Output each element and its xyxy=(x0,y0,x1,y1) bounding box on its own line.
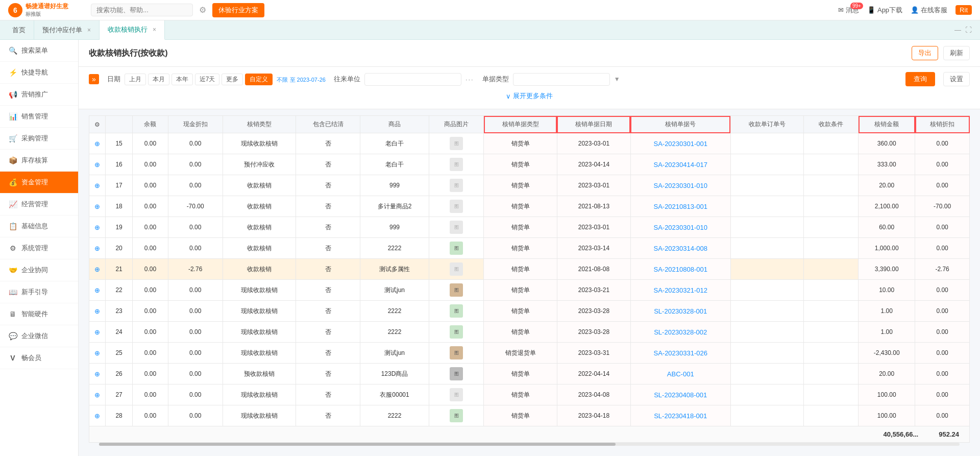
from-unit-input[interactable] xyxy=(364,73,461,86)
export-button[interactable]: 导出 xyxy=(912,46,938,60)
row-settings-icon[interactable]: ⊕ xyxy=(94,349,100,357)
sidebar-item-marketing[interactable]: 📢 营销推广 xyxy=(0,84,78,106)
row-settings-icon[interactable]: ⊕ xyxy=(94,391,100,399)
bill-no-link[interactable]: SA-20230301-001 xyxy=(653,140,707,148)
bill-no-link[interactable]: SA-20230314-008 xyxy=(653,245,707,252)
row-settings-icon[interactable]: ⊕ xyxy=(94,224,100,231)
td-settings[interactable]: ⊕ xyxy=(89,385,106,405)
sidebar-item-system[interactable]: ⚙ 系统管理 xyxy=(0,237,78,259)
td-balance: 0.00 xyxy=(133,196,168,217)
bill-type-dropdown-icon[interactable]: ▼ xyxy=(614,76,620,83)
bill-no-link[interactable]: SA-20210808-001 xyxy=(653,266,707,273)
tab-prepay[interactable]: 预付冲应付单 × xyxy=(34,20,100,40)
last-7days-btn[interactable]: 近7天 xyxy=(195,74,220,85)
row-settings-icon[interactable]: ⊕ xyxy=(94,161,100,169)
sidebar-item-basics[interactable]: 📋 基础信息 xyxy=(0,215,78,237)
row-settings-icon[interactable]: ⊕ xyxy=(94,328,100,336)
sidebar-item-wechat[interactable]: 💬 企业微信 xyxy=(0,325,78,347)
bill-no-link[interactable]: SA-20230321-012 xyxy=(653,286,707,294)
tab-prepay-close[interactable]: × xyxy=(87,27,91,34)
bill-no-link[interactable]: SA-20210813-001 xyxy=(653,203,707,210)
this-year-btn[interactable]: 本年 xyxy=(172,74,193,85)
app-download-btn[interactable]: 📱 App下载 xyxy=(867,6,902,15)
more-period-btn[interactable]: 更多 xyxy=(222,74,243,85)
sidebar-label-vip: 畅会员 xyxy=(21,353,41,363)
row-settings-icon[interactable]: ⊕ xyxy=(94,307,100,315)
row-settings-icon[interactable]: ⊕ xyxy=(94,203,100,210)
notifications-btn[interactable]: ✉ 消息 99+ xyxy=(838,6,859,15)
tab-writeoff[interactable]: 收款核销执行 × xyxy=(100,20,165,40)
row-settings-icon[interactable]: ⊕ xyxy=(94,245,100,252)
row-settings-icon[interactable]: ⊕ xyxy=(94,182,100,189)
td-settings[interactable]: ⊕ xyxy=(89,405,106,426)
td-bill-no: SA-20230301-001 xyxy=(630,133,730,154)
sidebar-item-operations[interactable]: 📈 经营管理 xyxy=(0,194,78,215)
td-settings[interactable]: ⊕ xyxy=(89,322,106,343)
row-settings-icon[interactable]: ⊕ xyxy=(94,286,100,294)
top-search-input[interactable] xyxy=(91,4,193,16)
row-settings-icon[interactable]: ⊕ xyxy=(94,370,100,378)
tab-bar: 首页 预付冲应付单 × 收款核销执行 × — ⛶ xyxy=(0,20,980,40)
bill-no-link[interactable]: SL-20230418-001 xyxy=(654,412,707,420)
td-bill-type: 销货退货单 xyxy=(484,343,557,364)
refresh-button[interactable]: 刷新 xyxy=(943,46,970,60)
td-bill-date: 2023-04-08 xyxy=(557,385,630,405)
minimize-icon[interactable]: — xyxy=(954,26,961,34)
row-settings-icon[interactable]: ⊕ xyxy=(94,266,100,273)
td-settings[interactable]: ⊕ xyxy=(89,238,106,259)
bill-no-link[interactable]: ABC-001 xyxy=(667,370,694,378)
td-settings[interactable]: ⊕ xyxy=(89,301,106,322)
settings-button[interactable]: 设置 xyxy=(943,72,970,86)
tab-writeoff-close[interactable]: × xyxy=(153,26,156,33)
sidebar-item-hardware[interactable]: 🖥 智能硬件 xyxy=(0,303,78,325)
td-write-off-amount: 100.00 xyxy=(859,385,915,405)
td-write-off-amount: 2,100.00 xyxy=(859,196,915,217)
td-settings[interactable]: ⊕ xyxy=(89,133,106,154)
td-settings[interactable]: ⊕ xyxy=(89,175,106,196)
filter-toggle-btn[interactable]: » xyxy=(89,74,99,84)
sidebar-item-sales[interactable]: 📊 销售管理 xyxy=(0,106,78,128)
sidebar-item-inventory[interactable]: 📦 库存核算 xyxy=(0,150,78,172)
td-settings[interactable]: ⊕ xyxy=(89,280,106,301)
user-avatar[interactable]: Rit xyxy=(955,5,972,15)
sidebar-item-quicknav[interactable]: ⚡ 快捷导航 xyxy=(0,62,78,84)
sidebar-item-purchase[interactable]: 🛒 采购管理 xyxy=(0,128,78,150)
td-goods-img: 图 xyxy=(429,154,484,175)
sidebar-item-finance[interactable]: 💰 资金管理 xyxy=(0,172,78,194)
expand-conditions-btn[interactable]: ∨ 展开更多条件 xyxy=(503,88,556,104)
bill-no-link[interactable]: SL-20230328-002 xyxy=(654,328,707,336)
this-month-btn[interactable]: 本月 xyxy=(148,74,169,85)
custom-period-btn[interactable]: 自定义 xyxy=(245,74,273,85)
td-settings[interactable]: ⊕ xyxy=(89,217,106,238)
industry-btn[interactable]: 休验行业方案 xyxy=(212,3,264,17)
sidebar-item-search[interactable]: 🔍 搜索菜单 xyxy=(0,40,78,62)
bill-no-link[interactable]: SL-20230408-001 xyxy=(654,391,707,399)
td-settings[interactable]: ⊕ xyxy=(89,259,106,280)
bill-type-input[interactable] xyxy=(513,73,610,86)
bill-no-link[interactable]: SL-20230328-001 xyxy=(654,307,707,315)
td-settings[interactable]: ⊕ xyxy=(89,196,106,217)
td-write-off-type: 现续收款核销 xyxy=(223,301,296,322)
bill-no-link[interactable]: SA-20230301-010 xyxy=(653,182,707,189)
td-settings[interactable]: ⊕ xyxy=(89,154,106,175)
row-settings-icon[interactable]: ⊕ xyxy=(94,140,100,148)
td-goods-img: 图 xyxy=(429,301,484,322)
tab-home[interactable]: 首页 xyxy=(4,20,34,40)
expand-icon[interactable]: ⛶ xyxy=(965,26,972,34)
gear-icon[interactable]: ⚙ xyxy=(199,5,206,15)
sidebar-item-guide[interactable]: 📖 新手引导 xyxy=(0,281,78,303)
td-settings[interactable]: ⊕ xyxy=(89,343,106,364)
online-service-btn[interactable]: 👤 在线客服 xyxy=(911,6,947,15)
last-month-btn[interactable]: 上月 xyxy=(125,74,146,85)
bill-no-link[interactable]: SA-20230301-010 xyxy=(653,224,707,231)
td-settings[interactable]: ⊕ xyxy=(89,364,106,385)
bill-no-link[interactable]: SA-20230414-017 xyxy=(653,161,707,169)
sidebar-item-collab[interactable]: 🤝 企业协同 xyxy=(0,259,78,281)
bill-no-link[interactable]: SA-20230331-026 xyxy=(653,349,707,357)
query-button[interactable]: 查询 xyxy=(905,72,935,86)
sidebar-item-vip[interactable]: V 畅会员 xyxy=(0,347,78,369)
row-settings-icon[interactable]: ⊕ xyxy=(94,412,100,420)
th-balance: 余额 xyxy=(133,116,168,133)
td-receipt-terms xyxy=(804,175,859,196)
horizontal-scrollbar[interactable] xyxy=(99,443,960,446)
